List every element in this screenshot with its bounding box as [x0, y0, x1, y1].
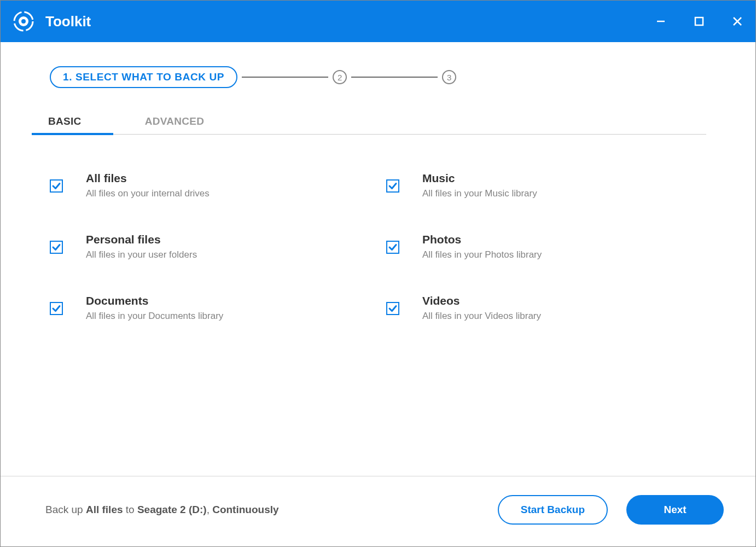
tab-advanced[interactable]: ADVANCED — [145, 115, 205, 134]
option-title: Videos — [422, 294, 541, 307]
checkbox-all-files[interactable] — [50, 179, 63, 193]
footer: Back up All files to Seagate 2 (D:), Con… — [1, 476, 755, 546]
maximize-button[interactable] — [693, 15, 705, 27]
option-desc: All files in your Photos library — [422, 249, 542, 260]
option-photos: PhotosAll files in your Photos library — [386, 233, 706, 260]
summary-prefix: Back up — [45, 504, 86, 515]
option-desc: All files on your internal drives — [86, 188, 210, 199]
summary-dest: Seagate 2 (D:) — [137, 504, 207, 515]
checkbox-photos[interactable] — [386, 241, 399, 254]
step-line — [242, 77, 328, 78]
option-text: VideosAll files in your Videos library — [422, 294, 541, 322]
option-documents: DocumentsAll files in your Documents lib… — [50, 294, 370, 322]
next-button[interactable]: Next — [626, 495, 724, 525]
backup-summary: Back up All files to Seagate 2 (D:), Con… — [45, 504, 279, 516]
option-title: Music — [422, 172, 537, 185]
option-text: PhotosAll files in your Photos library — [422, 233, 542, 260]
option-title: All files — [86, 172, 210, 185]
option-desc: All files in your Music library — [422, 188, 537, 199]
summary-sep: , — [207, 504, 213, 515]
option-text: DocumentsAll files in your Documents lib… — [86, 294, 223, 322]
titlebar-left: Toolkit — [13, 10, 91, 32]
option-videos: VideosAll files in your Videos library — [386, 294, 706, 322]
checkbox-documents[interactable] — [50, 302, 63, 315]
app-window: Toolkit 1. SELECT WHAT TO BACK UP 2 3 BA… — [0, 0, 756, 547]
checkbox-music[interactable] — [386, 179, 399, 193]
app-logo-icon — [13, 10, 34, 32]
step-3-circle[interactable]: 3 — [442, 70, 456, 84]
step-line — [351, 77, 438, 78]
titlebar: Toolkit — [1, 1, 755, 42]
step-2-circle[interactable]: 2 — [333, 70, 347, 84]
option-desc: All files in your user folders — [86, 249, 197, 260]
close-button[interactable] — [731, 15, 743, 27]
summary-to: to — [123, 504, 137, 515]
option-music: MusicAll files in your Music library — [386, 172, 706, 199]
checkbox-videos[interactable] — [386, 302, 399, 315]
stepper: 1. SELECT WHAT TO BACK UP 2 3 — [50, 66, 706, 88]
option-title: Documents — [86, 294, 223, 307]
option-text: Personal filesAll files in your user fol… — [86, 233, 197, 260]
svg-rect-4 — [695, 18, 703, 25]
tabs: BASIC ADVANCED — [48, 115, 706, 135]
tab-basic[interactable]: BASIC — [48, 115, 82, 134]
option-desc: All files in your Videos library — [422, 311, 541, 322]
window-controls — [655, 15, 743, 27]
checkbox-personal-files[interactable] — [50, 241, 63, 254]
main-content: 1. SELECT WHAT TO BACK UP 2 3 BASIC ADVA… — [1, 42, 755, 476]
start-backup-button[interactable]: Start Backup — [498, 495, 608, 525]
summary-mode: Continuously — [212, 504, 278, 515]
option-text: MusicAll files in your Music library — [422, 172, 537, 199]
svg-point-2 — [21, 19, 26, 24]
option-desc: All files in your Documents library — [86, 311, 223, 322]
option-all-files: All filesAll files on your internal driv… — [50, 172, 370, 199]
minimize-button[interactable] — [655, 15, 667, 27]
option-title: Personal files — [86, 233, 197, 246]
option-text: All filesAll files on your internal driv… — [86, 172, 210, 199]
option-personal-files: Personal filesAll files in your user fol… — [50, 233, 370, 260]
step-1-active: 1. SELECT WHAT TO BACK UP — [50, 66, 237, 88]
summary-selection: All files — [86, 504, 123, 515]
options-grid: All filesAll files on your internal driv… — [50, 172, 706, 322]
app-title: Toolkit — [45, 13, 91, 30]
option-title: Photos — [422, 233, 542, 246]
